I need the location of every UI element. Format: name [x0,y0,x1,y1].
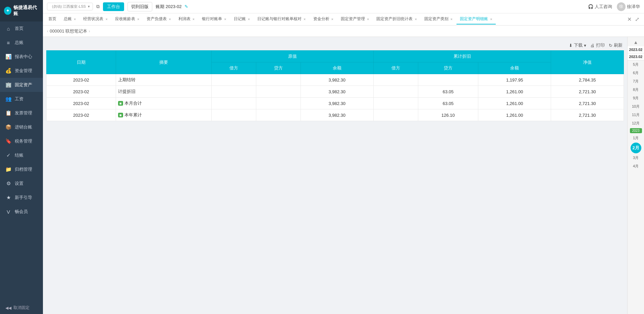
download-button[interactable]: ⬇ 下载 ▾ [569,42,586,48]
invoice-icon: 📋 [5,110,11,116]
sidebar-item-purchase-sales[interactable]: 📦 进销台账 [0,120,43,134]
consult-button[interactable]: 🎧 人工咨询 [588,4,612,10]
cal-month-11月[interactable]: 11月 [631,111,640,119]
chevron-down-icon: ▾ [88,4,90,9]
settings-icon: ⚙ [5,180,11,187]
logo-icon: ✦ [4,7,11,15]
tab-close-12[interactable]: × [450,17,452,21]
sidebar-item-archive[interactable]: 📁 归档管理 [0,162,43,176]
tab-close-3[interactable]: × [137,17,139,21]
tab-12[interactable]: 固定资产类别× [421,14,456,24]
sidebar-label-reports: 报表中心 [15,54,32,60]
sidebar-item-fixed-assets[interactable]: 🏢 固定资产 [0,78,43,92]
sidebar-label-archive: 归档管理 [15,166,32,172]
sidebar-label-invoice: 发票管理 [15,110,32,116]
cell-date-1: 2023-02 [47,86,116,98]
tab-5[interactable]: 利润表× [175,14,198,24]
maximize-icon[interactable]: ⤢ [635,16,639,22]
sidebar-item-member[interactable]: V 畅会员 [0,205,43,219]
tab-3[interactable]: 应收账龄表× [112,14,143,24]
tab-6[interactable]: 银行对账单× [199,14,229,24]
company-selector[interactable]: (勿动) 江西服室-LSS ▾ [47,3,93,10]
tabbar: 首页总账×经营状况表×应收账龄表×资产负债表×利润表×银行对账单×日记账×日记账… [43,13,644,25]
sidebar-label-general-ledger: 总账 [15,40,23,46]
tab-close-2[interactable]: × [105,17,107,21]
cal-month-2月[interactable]: 2月 [631,143,641,153]
sidebar-item-reports[interactable]: 📊 报表中心 [0,50,43,64]
cell-dep-credit-0 [418,74,478,86]
cal-month-12月[interactable]: 12月 [631,119,640,127]
cell-orig-debit-2 [212,98,256,109]
tag-3: ■ [118,113,123,117]
tab-close-5[interactable]: × [193,17,195,21]
tab-close-9[interactable]: × [331,17,333,21]
settlement-icon: ✓ [5,152,11,158]
cal-month-9月[interactable]: 9月 [631,94,640,102]
sidebar-item-invoice[interactable]: 📋 发票管理 [0,106,43,120]
workbench-button[interactable]: 工作台 [103,2,124,11]
cell-dep-credit-3: 126.10 [418,109,478,121]
tab-close-10[interactable]: × [367,17,369,21]
tab-13[interactable]: 固定资产明细账× [457,14,495,24]
col-abstract-header: 摘要 [116,51,211,74]
action-bar: ⬇ 下载 ▾ 🖨 打印 ↻ 刷新 [46,40,624,50]
sidebar-item-guide[interactable]: ★ 新手引导 [0,191,43,205]
col-date-header: 日期 [47,51,116,74]
cell-net-0: 2,784.35 [551,74,624,86]
fixed-assets-table: 日期 摘要 原值 累计折旧 净值 借方 贷方 余额 借方 贷方 余额 [46,50,624,121]
tab-0[interactable]: 首页 [45,14,60,24]
print-button[interactable]: 🖨 打印 [590,42,605,48]
cal-month-3月[interactable]: 3月 [631,154,641,162]
breadcrumb-left-arrow[interactable]: ‹ [47,29,48,34]
copy-button[interactable]: ⧉ [96,4,100,9]
switch-version-button[interactable]: 切到旧版 [127,2,152,11]
close-all-icon[interactable]: ✕ [627,16,632,22]
tab-close-8[interactable]: × [304,17,306,21]
sidebar-item-settings[interactable]: ⚙ 设置 [0,176,43,191]
cell-dep-balance-0: 1,197.95 [478,74,551,86]
sidebar-item-home[interactable]: ⌂ 首页 [0,21,43,36]
refresh-button[interactable]: ↻ 刷新 [609,42,623,48]
tab-7[interactable]: 日记账× [230,14,253,24]
breadcrumb-right-arrow[interactable]: › [89,29,90,34]
tab-1[interactable]: 总账× [60,14,79,24]
tab-label-8: 日记账与银行对账单核对 [257,16,302,22]
tab-close-1[interactable]: × [74,17,76,21]
tab-9[interactable]: 资金分析× [310,14,337,24]
tab-close-4[interactable]: × [169,17,171,21]
cal-month-6月[interactable]: 6月 [631,69,640,77]
cell-net-2: 2,721.30 [551,98,624,109]
cal-month-10月[interactable]: 10月 [631,102,640,111]
app-name: 畅捷通易代账 [13,5,39,17]
refresh-label: 刷新 [614,42,623,48]
period-edit-icon[interactable]: ✎ [184,4,188,9]
tab-close-11[interactable]: × [415,17,417,21]
sidebar-item-general-ledger[interactable]: ≡ 总账 [0,36,43,50]
member-icon: V [5,209,11,215]
tab-close-7[interactable]: × [248,17,250,21]
cal-month-5月[interactable]: 5月 [631,60,640,69]
tab-8[interactable]: 日记账与银行对账单核对× [254,14,309,24]
cal-up-button[interactable]: ▲ [628,38,644,46]
tab-close-13[interactable]: × [490,17,492,21]
table-row: 2023-02 ■本月合计 3,982.30 63.05 1,261.00 2,… [47,98,624,109]
tab-label-4: 资产负债表 [147,16,167,22]
tab-2[interactable]: 经营状况表× [80,14,111,24]
tab-close-6[interactable]: × [224,17,226,21]
cal-month-4月[interactable]: 4月 [631,162,641,170]
tab-4[interactable]: 资产负债表× [143,14,174,24]
col-orig-credit-header: 贷方 [256,62,301,74]
tab-11[interactable]: 固定资产折旧统计表× [373,14,420,24]
tab-10[interactable]: 固定资产管理× [337,14,372,24]
cal-month-1月[interactable]: 1月 [631,134,641,142]
cal-month-8月[interactable]: 8月 [631,86,640,94]
cell-dep-balance-2: 1,261.00 [478,98,551,109]
sidebar-label-tax: 税务管理 [15,138,32,144]
sidebar-item-tax[interactable]: 🔖 税务管理 [0,134,43,148]
sidebar-item-funds[interactable]: 💰 资金管理 [0,64,43,78]
cal-month-7月[interactable]: 7月 [631,77,640,86]
sidebar-unpin-button[interactable]: ◀◀ 取消固定 [0,302,43,314]
user-menu[interactable]: 徐 徐泽华 [617,2,640,11]
sidebar-item-settlement[interactable]: ✓ 结账 [0,148,43,162]
sidebar-item-payroll[interactable]: 👥 工资 [0,92,43,106]
